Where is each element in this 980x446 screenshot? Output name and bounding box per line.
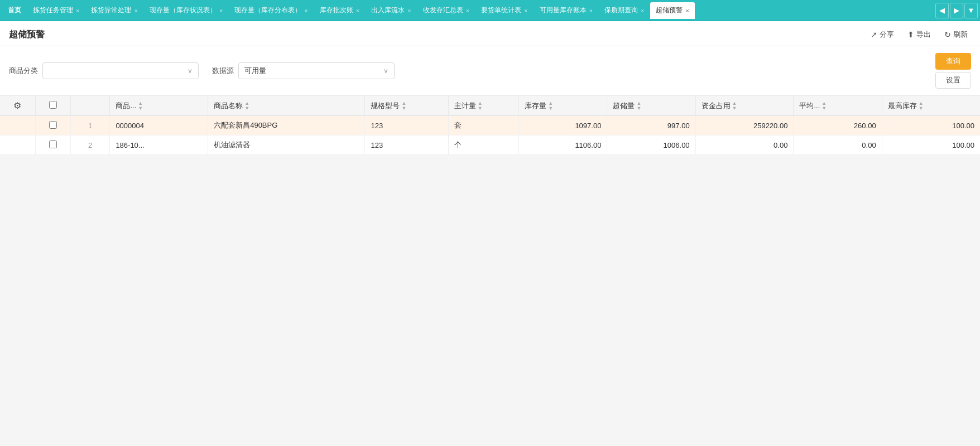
- td-name-1: 机油滤清器: [208, 135, 365, 155]
- td-settings-1: [0, 135, 35, 155]
- sort-capital-icon[interactable]: ▲▼: [732, 101, 737, 111]
- nav-tab-overstock-warning[interactable]: 超储预警×: [650, 2, 694, 19]
- overstock-table: ⚙ 商品... ▲▼ 商品名称 ▲▼: [0, 96, 980, 155]
- td-checkbox-0[interactable]: [35, 116, 70, 135]
- table-container: ⚙ 商品... ▲▼ 商品名称 ▲▼: [0, 96, 980, 155]
- select-all-checkbox[interactable]: [49, 101, 57, 109]
- th-spec[interactable]: 规格型号 ▲▼: [365, 96, 448, 116]
- th-select-all[interactable]: [35, 96, 70, 116]
- tab-close-stock-status[interactable]: ×: [219, 7, 223, 14]
- th-num: [71, 96, 110, 116]
- td-unit-0: 套: [448, 116, 518, 135]
- tab-close-batch-ledger[interactable]: ×: [356, 7, 359, 14]
- td-unit-1: 个: [448, 135, 518, 155]
- td-over-1: 1006.00: [607, 135, 695, 155]
- td-code-0: 0000004: [110, 116, 208, 135]
- export-icon: ⬆: [907, 30, 914, 39]
- tab-close-available-ledger[interactable]: ×: [589, 7, 593, 14]
- nav-tab-order-stats[interactable]: 要货单统计表×: [475, 2, 533, 19]
- th-spec-label: 规格型号: [371, 101, 400, 111]
- tab-close-overstock-warning[interactable]: ×: [685, 7, 689, 14]
- sort-unit-icon[interactable]: ▲▼: [478, 101, 483, 111]
- tab-close-task-mgmt[interactable]: ×: [76, 7, 79, 14]
- category-chevron-icon: ∨: [188, 67, 193, 75]
- th-unit-label: 主计量: [454, 101, 476, 111]
- td-spec-1: 123: [365, 135, 448, 155]
- nav-next-btn[interactable]: ▶: [950, 3, 963, 18]
- share-button[interactable]: ↗ 分享: [867, 28, 897, 41]
- sort-over-icon[interactable]: ▲▼: [636, 101, 641, 111]
- sort-spec-icon[interactable]: ▲▼: [401, 101, 406, 111]
- th-settings[interactable]: ⚙: [0, 96, 35, 116]
- sort-avg-icon[interactable]: ▲▼: [822, 101, 827, 111]
- nav-prev-btn[interactable]: ◀: [935, 3, 949, 18]
- share-icon: ↗: [871, 30, 877, 39]
- tab-close-inout-flow[interactable]: ×: [407, 7, 411, 14]
- th-stock[interactable]: 库存量 ▲▼: [519, 96, 607, 116]
- th-capital[interactable]: 资金占用 ▲▼: [695, 96, 794, 116]
- query-button[interactable]: 查询: [935, 53, 971, 70]
- sort-stock-icon[interactable]: ▲▼: [548, 101, 553, 111]
- setting-button[interactable]: 设置: [935, 72, 971, 89]
- nav-more-btn[interactable]: ▼: [964, 3, 978, 18]
- td-checkbox-1[interactable]: [35, 135, 70, 155]
- datasource-select[interactable]: 可用量 ∨: [238, 62, 395, 79]
- th-over-label: 超储量: [613, 101, 635, 111]
- table-row: 1 0000004 六配套新昌490BPG 123 套 1097.00 997.…: [0, 116, 980, 135]
- td-num-0: 1: [71, 116, 110, 135]
- top-nav: 首页拣货任务管理×拣货异常处理×现存量（库存状况表）×现存量（库存分布表）×库存…: [0, 0, 980, 21]
- th-avg[interactable]: 平均... ▲▼: [794, 96, 882, 116]
- nav-tab-exception[interactable]: 拣货异常处理×: [85, 2, 143, 19]
- tab-close-stock-dist[interactable]: ×: [304, 7, 308, 14]
- th-unit[interactable]: 主计量 ▲▼: [448, 96, 518, 116]
- share-label: 分享: [880, 30, 894, 40]
- td-avg-0: 260.00: [794, 116, 882, 135]
- th-over[interactable]: 超储量 ▲▼: [607, 96, 695, 116]
- nav-tab-task-mgmt[interactable]: 拣货任务管理×: [27, 2, 85, 19]
- datasource-chevron-icon: ∨: [383, 67, 388, 75]
- th-maxstock[interactable]: 最高库存 ▲▼: [882, 96, 980, 116]
- tab-close-receive-summary[interactable]: ×: [466, 7, 469, 14]
- tab-close-exception[interactable]: ×: [134, 7, 137, 14]
- nav-tab-stock-status[interactable]: 现存量（库存状况表）×: [144, 2, 228, 19]
- nav-tab-inout-flow[interactable]: 出入库流水×: [366, 2, 416, 19]
- td-stock-0: 1097.00: [519, 116, 607, 135]
- nav-tab-receive-summary[interactable]: 收发存汇总表×: [417, 2, 475, 19]
- tab-close-order-stats[interactable]: ×: [524, 7, 527, 14]
- td-name-0: 六配套新昌490BPG: [208, 116, 365, 135]
- td-code-1: 186-10...: [110, 135, 208, 155]
- row-checkbox-1[interactable]: [49, 140, 57, 148]
- table-header-row: ⚙ 商品... ▲▼ 商品名称 ▲▼: [0, 96, 980, 116]
- category-select[interactable]: ∨: [42, 62, 199, 79]
- nav-tab-shelf-life[interactable]: 保质期查询×: [599, 2, 650, 19]
- settings-gear-icon[interactable]: ⚙: [13, 101, 21, 110]
- nav-tab-home[interactable]: 首页: [2, 2, 27, 19]
- page-title: 超储预警: [9, 29, 45, 41]
- th-code[interactable]: 商品... ▲▼: [110, 96, 208, 116]
- nav-tab-batch-ledger[interactable]: 库存批次账×: [314, 2, 365, 19]
- nav-tab-stock-dist[interactable]: 现存量（库存分布表）×: [229, 2, 313, 19]
- category-label: 商品分类: [9, 66, 38, 76]
- nav-tab-available-ledger[interactable]: 可用量库存账本×: [534, 2, 598, 19]
- refresh-icon: ↻: [944, 30, 951, 39]
- th-capital-label: 资金占用: [702, 101, 731, 111]
- sort-maxstock-icon[interactable]: ▲▼: [919, 101, 924, 111]
- td-num-1: 2: [71, 135, 110, 155]
- refresh-label: 刷新: [953, 30, 968, 40]
- refresh-button[interactable]: ↻ 刷新: [941, 28, 971, 41]
- datasource-select-value: 可用量: [244, 66, 266, 76]
- datasource-label: 数据源: [212, 66, 234, 76]
- th-maxstock-label: 最高库存: [888, 101, 917, 111]
- td-maxstock-1: 100.00: [882, 135, 980, 155]
- row-checkbox-0[interactable]: [49, 121, 57, 129]
- sort-code-icon[interactable]: ▲▼: [138, 101, 143, 111]
- datasource-filter: 数据源 可用量 ∨: [212, 62, 395, 79]
- td-spec-0: 123: [365, 116, 448, 135]
- category-filter: 商品分类 ∨: [9, 62, 199, 79]
- th-name[interactable]: 商品名称 ▲▼: [208, 96, 365, 116]
- sort-name-icon[interactable]: ▲▼: [244, 101, 249, 111]
- td-settings-0: [0, 116, 35, 135]
- export-button[interactable]: ⬆ 导出: [904, 28, 934, 41]
- tab-close-shelf-life[interactable]: ×: [641, 7, 644, 14]
- th-code-label: 商品...: [116, 101, 136, 111]
